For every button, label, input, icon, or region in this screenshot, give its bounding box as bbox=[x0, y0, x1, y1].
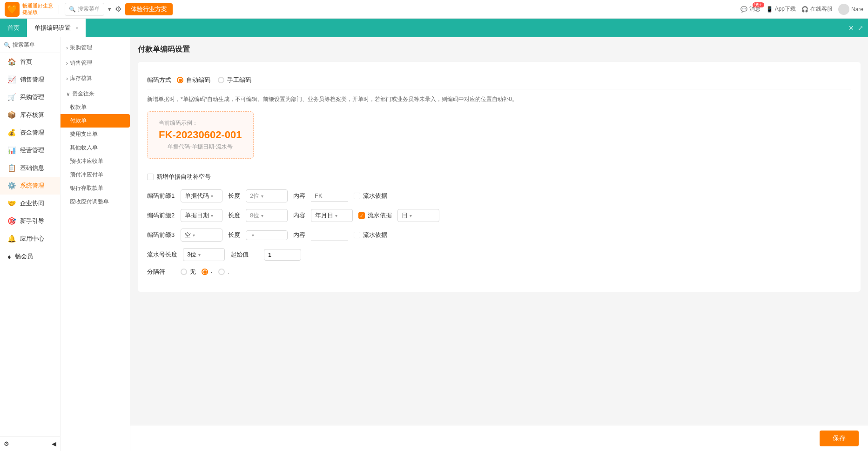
sidebar-search-label: 搜索菜单 bbox=[13, 41, 35, 49]
prefix3-flow-label: 流水依据 bbox=[363, 231, 387, 239]
settings-card: 编码方式 自动编码 手工编码 新增单据时，*单据编码*自动生成，不可编辑。前缀设… bbox=[138, 62, 861, 292]
prefix2-value: 单据日期 bbox=[185, 211, 209, 220]
prefix2-flow-unit: 日 bbox=[402, 211, 408, 220]
prefix1-length-value: 2位 bbox=[250, 192, 259, 200]
prefix1-length-select[interactable]: 2位 ▾ bbox=[246, 189, 288, 202]
sidebar-item-sales[interactable]: 📈 销售管理 bbox=[0, 71, 60, 88]
basic-icon: 📋 bbox=[7, 164, 16, 172]
sidebar-home-label: 首页 bbox=[20, 58, 32, 66]
sub-item-receipt[interactable]: 收款单 bbox=[61, 101, 130, 114]
sub-group-funds-title[interactable]: ∨ 资金往来 bbox=[61, 87, 130, 101]
manual-encode-radio[interactable]: 手工编码 bbox=[218, 76, 251, 84]
sep-none-radio[interactable]: 无 bbox=[181, 268, 196, 276]
sidebar-item-purchase[interactable]: 🛒 采购管理 bbox=[0, 88, 60, 106]
tab-close-icon[interactable]: × bbox=[75, 26, 78, 31]
prefix2-flow-box[interactable]: ✓ bbox=[358, 212, 365, 219]
sub-item-payment[interactable]: 付款单 bbox=[61, 114, 130, 128]
app-download-button[interactable]: 📱 App下载 bbox=[766, 5, 796, 13]
prefix1-flow: 流水依据 bbox=[354, 192, 387, 200]
trial-button[interactable]: 体验行业方案 bbox=[125, 3, 173, 15]
sidebar-bottom: ⚙ ◀ bbox=[0, 436, 60, 451]
sub-item-expense[interactable]: 费用支出单 bbox=[61, 128, 130, 141]
topbar-dropdown[interactable]: ▾ bbox=[108, 6, 111, 13]
prefix2-content-chevron: ▾ bbox=[335, 213, 337, 218]
expand-icon[interactable]: ⤢ bbox=[858, 24, 863, 32]
main-layout: 🔍 搜索菜单 🏠 首页 📈 销售管理 🛒 采购管理 📦 库存核算 💰 资金管理 … bbox=[0, 37, 868, 451]
sub-group-inventory-title[interactable]: › 库存核算 bbox=[61, 72, 130, 85]
sep-dot-label: . bbox=[228, 269, 229, 276]
sidebar-item-guide[interactable]: 🎯 新手引导 bbox=[0, 212, 60, 230]
prefix2-flow-unit-select[interactable]: 日 ▾ bbox=[397, 209, 439, 222]
prefix1-flow-label: 流水依据 bbox=[363, 192, 387, 200]
message-button[interactable]: 💬 消息 99+ bbox=[740, 5, 760, 13]
auto-encode-circle bbox=[177, 77, 183, 83]
sidebar-item-member[interactable]: ♦ 畅会员 bbox=[0, 248, 60, 265]
sep-none-label: 无 bbox=[190, 268, 196, 276]
prefix1-row: 编码前缀1 单据代码 ▾ 长度 2位 ▾ 内容 流水依据 bbox=[147, 189, 851, 202]
prefix1-select[interactable]: 单据代码 ▾ bbox=[181, 189, 222, 202]
sidebar-collapse-icon[interactable]: ◀ bbox=[52, 440, 56, 447]
prefix3-length-select[interactable]: ▾ bbox=[246, 230, 288, 240]
prefix1-value: 单据代码 bbox=[185, 192, 209, 200]
prefix3-length-chevron: ▾ bbox=[252, 233, 254, 238]
sub-group-purchase-title[interactable]: › 采购管理 bbox=[61, 41, 130, 54]
tab-encode-settings[interactable]: 单据编码设置 × bbox=[27, 19, 86, 37]
sidebar-item-enterprise[interactable]: 🤝 企业协同 bbox=[0, 195, 60, 212]
info-text: 新增单据时，*单据编码*自动生成，不可编辑。前缀设置为部门、业务员等档案类，开单… bbox=[147, 95, 851, 104]
prefix3-flow: 流水依据 bbox=[354, 231, 387, 239]
sub-item-adjustment[interactable]: 应收应付调整单 bbox=[61, 195, 130, 209]
auto-encode-radio[interactable]: 自动编码 bbox=[177, 76, 210, 84]
sidebar-item-basic[interactable]: 📋 基础信息 bbox=[0, 159, 60, 177]
sidebar-item-inventory[interactable]: 📦 库存核算 bbox=[0, 106, 60, 124]
user-info[interactable]: Nare bbox=[838, 4, 863, 15]
sidebar-item-finance[interactable]: 💰 资金管理 bbox=[0, 124, 60, 141]
prefix3-value: 空 bbox=[185, 231, 191, 239]
home-icon: 🏠 bbox=[7, 58, 16, 66]
settings-icon[interactable]: ⚙ bbox=[115, 5, 121, 13]
sidebar-member-label: 畅会员 bbox=[15, 252, 33, 261]
code-example-value: FK-20230602-001 bbox=[159, 129, 242, 141]
prefix3-select[interactable]: 空 ▾ bbox=[181, 229, 222, 242]
prefix2-length-select[interactable]: 8位 ▾ bbox=[246, 209, 288, 222]
serial-length-select[interactable]: 3位 ▾ bbox=[183, 248, 225, 261]
sub-item-pre-payment[interactable]: 预付冲应付单 bbox=[61, 168, 130, 182]
prefix2-select[interactable]: 单据日期 ▾ bbox=[181, 209, 222, 222]
sidebar-finance-label: 资金管理 bbox=[20, 128, 44, 137]
encode-method-row: 编码方式 自动编码 手工编码 bbox=[147, 71, 851, 89]
sub-group-sales: › 销售管理 bbox=[61, 56, 130, 70]
prefix2-unit-chevron: ▾ bbox=[410, 213, 412, 218]
sidebar-item-operation[interactable]: 📊 经营管理 bbox=[0, 141, 60, 159]
sidebar-search[interactable]: 🔍 搜索菜单 bbox=[0, 37, 60, 53]
online-service-button[interactable]: 🎧 在线客服 bbox=[801, 5, 833, 13]
save-button[interactable]: 保存 bbox=[820, 431, 859, 446]
apps-icon: 🔔 bbox=[7, 235, 16, 243]
tab-home[interactable]: 首页 bbox=[0, 19, 27, 37]
sidebar-item-apps[interactable]: 🔔 应用中心 bbox=[0, 230, 60, 248]
sub-group-purchase: › 采购管理 bbox=[61, 41, 130, 54]
sidebar-settings-icon[interactable]: ⚙ bbox=[4, 440, 9, 447]
prefix1-flow-box[interactable] bbox=[354, 193, 360, 199]
sidebar-item-home[interactable]: 🏠 首页 bbox=[0, 53, 60, 71]
avatar bbox=[838, 4, 849, 15]
sidebar-item-system[interactable]: ⚙️ 系统管理 bbox=[0, 177, 60, 195]
sub-item-bank[interactable]: 银行存取款单 bbox=[61, 182, 130, 195]
sub-item-other-income[interactable]: 其他收入单 bbox=[61, 141, 130, 155]
prefix2-content-select[interactable]: 年月日 ▾ bbox=[311, 209, 353, 222]
sidebar-apps-label: 应用中心 bbox=[20, 235, 44, 243]
serial-start-input[interactable] bbox=[264, 249, 301, 261]
sub-item-pre-receipt[interactable]: 预收冲应收单 bbox=[61, 155, 130, 168]
auto-fill-checkbox[interactable]: 新增单据自动补空号 bbox=[147, 173, 851, 181]
prefix1-content-input bbox=[311, 190, 348, 202]
sidebar-inventory-label: 库存核算 bbox=[20, 111, 44, 119]
search-menu[interactable]: 🔍 搜索菜单 bbox=[65, 3, 104, 16]
prefix1-length-label: 长度 bbox=[228, 192, 240, 200]
prefix3-flow-box[interactable] bbox=[354, 232, 360, 238]
chevron-down-icon2: ∨ bbox=[66, 91, 70, 97]
sep-dash-radio[interactable]: · bbox=[202, 269, 213, 276]
save-bar: 保存 bbox=[130, 425, 868, 451]
sep-dot-radio[interactable]: . bbox=[218, 269, 229, 276]
serial-length-chevron: ▾ bbox=[198, 252, 201, 257]
close-window-icon[interactable]: ✕ bbox=[848, 24, 854, 32]
sub-group-sales-title[interactable]: › 销售管理 bbox=[61, 56, 130, 70]
purchase-icon: 🛒 bbox=[7, 93, 16, 101]
